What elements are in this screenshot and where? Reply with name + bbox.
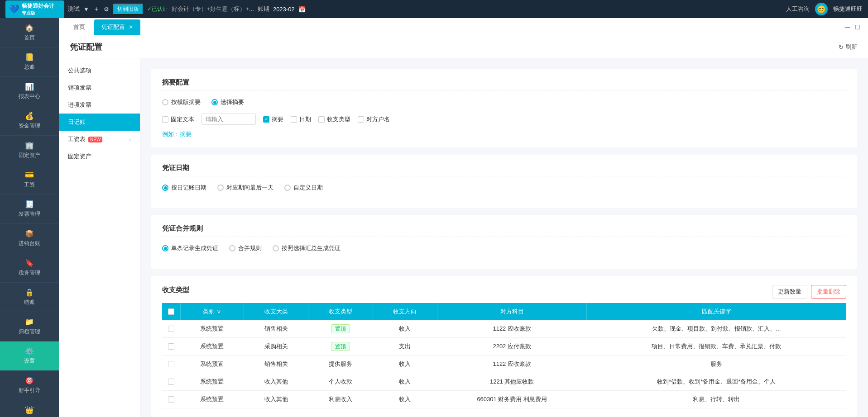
table-row: 系统预置 收入其他 个人收款 收入 1221 其他应收款 收到*借款、收到*备用… — [162, 373, 846, 391]
radio-single[interactable]: 单条记录生成凭证 — [162, 244, 218, 252]
sidebar-label-purchase: 进销台账 — [19, 240, 40, 247]
summary-checkbox-row: 固定文本 ✓ 摘要 日期 收支类型 — [162, 114, 846, 125]
sidebar-item-archive[interactable]: 📁 归档管理 — [0, 312, 59, 341]
table-header-checkbox[interactable] — [168, 308, 174, 315]
sidebar-item-asset[interactable]: 🏢 固定资产 — [0, 136, 59, 165]
update-count-btn[interactable]: 更新数量 — [772, 285, 807, 299]
guide-icon: 🎯 — [25, 376, 34, 385]
cell-category: 系统预置 — [180, 338, 244, 355]
cell-counterpart: 1122 应收账款 — [437, 320, 587, 338]
sidebar-label-asset: 固定资产 — [19, 152, 40, 159]
cell-checkbox[interactable] — [162, 320, 180, 338]
sidebar-label-archive: 归档管理 — [19, 328, 40, 336]
checkbox-counterparty[interactable]: 对方户名 — [358, 115, 390, 123]
radio-custom-date[interactable]: 自定义日期 — [284, 184, 323, 192]
radio-merge-rule-label: 合并规则 — [238, 244, 262, 252]
purchase-icon: 📦 — [25, 229, 34, 238]
radio-period-last[interactable]: 对应期间最后一天 — [217, 184, 273, 192]
left-nav-payroll[interactable]: 工资表 NEW › — [59, 131, 140, 148]
row-checkbox[interactable] — [168, 326, 174, 332]
archive-icon: 📁 — [25, 317, 34, 326]
calendar-icon[interactable]: 📅 — [298, 6, 306, 13]
sidebar-item-home[interactable]: 🏠 首页 — [0, 18, 59, 47]
radio-template[interactable]: 按模版摘要 — [162, 98, 201, 106]
avatar[interactable]: 😊 — [815, 3, 828, 15]
tab-home[interactable]: 首页 — [66, 19, 92, 35]
radio-journal-date-circle — [162, 185, 168, 191]
radio-select-total-label: 按照选择汇总生成凭证 — [282, 244, 340, 252]
tab-close-icon[interactable]: ✕ — [129, 24, 133, 30]
minimize-icon[interactable]: ─ — [844, 22, 851, 32]
cell-sub-type: 利息收入 — [308, 391, 373, 408]
sidebar-item-fund[interactable]: 💰 资金管理 — [0, 106, 59, 136]
salary-icon: 💳 — [25, 171, 34, 179]
col-checkbox[interactable] — [162, 303, 180, 320]
left-nav-public[interactable]: 公共选项 — [59, 62, 140, 79]
cell-keyword: 欠款、现金、项目款、到付款、报销款、汇入、... — [587, 320, 846, 338]
report-icon: 📊 — [25, 82, 34, 91]
cell-keyword: 服务 — [587, 355, 846, 373]
add-icon[interactable]: ＋ — [93, 5, 100, 14]
refresh-btn[interactable]: ↻ 刷新 — [839, 43, 857, 57]
cell-checkbox[interactable] — [162, 338, 180, 355]
radio-merge-rule[interactable]: 合并规则 — [229, 244, 262, 252]
cell-sub-type: 个人收款 — [308, 373, 373, 391]
cell-checkbox[interactable] — [162, 373, 180, 391]
cell-checkbox[interactable] — [162, 355, 180, 373]
switch-old-btn[interactable]: 切到旧版 — [113, 4, 144, 15]
checkbox-date[interactable]: 日期 — [291, 115, 311, 123]
main-panel: 摘要配置 按模版摘要 选择摘要 固定文本 — [140, 58, 868, 417]
row-checkbox[interactable] — [168, 396, 174, 403]
cashflow-title: 收支类型 — [162, 286, 189, 298]
cell-sub-type: 置顶 — [308, 338, 373, 355]
sidebar-item-settings[interactable]: ⚙️ 设置 — [0, 341, 59, 371]
left-nav-journal[interactable]: 日记账 — [59, 114, 140, 131]
cell-main-type: 销售相关 — [244, 355, 308, 373]
radio-select[interactable]: 选择摘要 — [211, 98, 244, 106]
top-tag: 置顶 — [331, 342, 350, 351]
sidebar-label-invoice: 发票管理 — [19, 210, 40, 218]
left-nav-purchase-inv[interactable]: 进项发票 — [59, 96, 140, 114]
radio-custom-date-label: 自定义日期 — [293, 184, 323, 192]
sidebar-item-salary[interactable]: 💳 工资 — [0, 165, 59, 194]
dropdown-icon[interactable]: ▼ — [83, 6, 89, 13]
cell-checkbox[interactable] — [162, 391, 180, 408]
cell-counterpart: 1221 其他应收款 — [437, 373, 587, 391]
maximize-icon[interactable]: □ — [854, 22, 861, 32]
checkbox-cashflow-type[interactable]: 收支类型 — [318, 115, 350, 123]
radio-journal-date[interactable]: 按日记账日期 — [162, 184, 206, 192]
col-main-type: 收支大类 — [244, 303, 308, 320]
settings-icon[interactable]: ⚙ — [104, 6, 109, 13]
row-checkbox[interactable] — [168, 361, 174, 367]
radio-template-label: 按模版摘要 — [171, 98, 201, 106]
row-checkbox[interactable] — [168, 379, 174, 385]
row-checkbox[interactable] — [168, 343, 174, 350]
content-area: 公共选项 销项发票 进项发票 日记账 工资表 NEW › 固定资产 摘要配置 按… — [59, 58, 868, 417]
sidebar-item-member[interactable]: 👑 畅会员 — [0, 400, 59, 417]
radio-select-total-circle — [273, 245, 279, 251]
left-nav-fixed-asset[interactable]: 固定资产 — [59, 148, 140, 165]
radio-select-label: 选择摘要 — [221, 98, 244, 106]
date-radio-group: 按日记账日期 对应期间最后一天 自定义日期 — [162, 184, 846, 192]
tab-voucher-config[interactable]: 凭证配置 ✕ — [94, 19, 140, 35]
radio-select-total[interactable]: 按照选择汇总生成凭证 — [273, 244, 340, 252]
batch-delete-btn[interactable]: 批量删除 — [811, 285, 846, 299]
home-icon: 🏠 — [25, 24, 34, 32]
left-nav-sales[interactable]: 销项发票 — [59, 79, 140, 96]
checkbox-fixed-text[interactable]: 固定文本 — [162, 115, 194, 123]
checkbox-summary[interactable]: ✓ 摘要 — [263, 115, 283, 123]
user-name: 畅捷通旺旺 — [833, 5, 863, 13]
main-content: 首页 凭证配置 ✕ ─ □ 凭证配置 ↻ 刷新 公共选项 销项发票 进项发票 日… — [59, 18, 868, 417]
checkbox-fixed-text-box — [162, 116, 168, 123]
consult-label[interactable]: 人工咨询 — [786, 5, 810, 13]
sidebar-item-purchase[interactable]: 📦 进销台账 — [0, 224, 59, 253]
sidebar-item-tax[interactable]: 🔖 税务管理 — [0, 253, 59, 283]
sidebar-item-invoice[interactable]: 🧾 发票管理 — [0, 194, 59, 224]
sidebar-item-report[interactable]: 📊 报表中心 — [0, 77, 59, 106]
sidebar-item-ledger[interactable]: 📒 总账 — [0, 47, 59, 77]
fixed-text-input[interactable] — [201, 114, 256, 125]
sidebar-item-guide[interactable]: 🎯 新手引导 — [0, 371, 59, 400]
tab-bar-right: ─ □ — [844, 22, 861, 32]
certified-status: ✓已认证 — [147, 5, 168, 13]
sidebar-item-close[interactable]: 🔒 结账 — [0, 283, 59, 312]
